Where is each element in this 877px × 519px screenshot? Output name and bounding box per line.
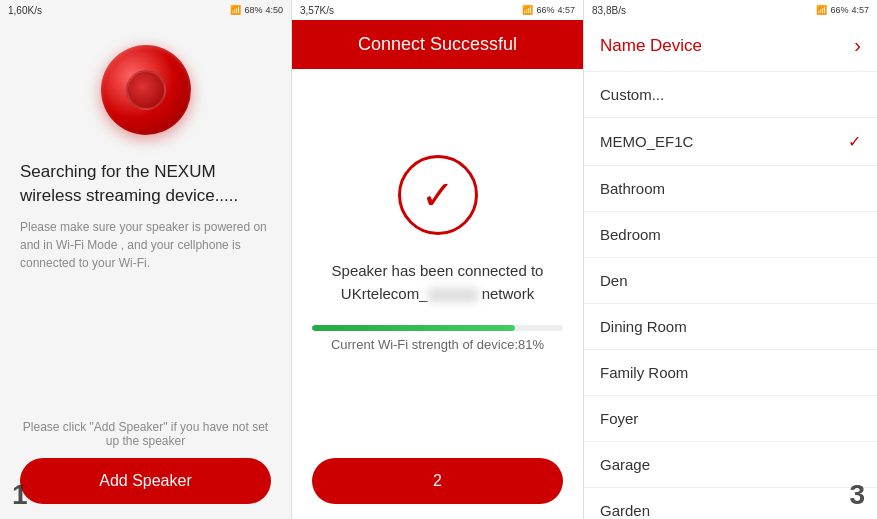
panel-2-footer: 2 [292, 448, 583, 519]
battery-3: 66% [830, 5, 848, 15]
success-header: Connect Successful [292, 20, 583, 69]
status-icons-2: 📶 66% 4:57 [522, 5, 575, 15]
room-item[interactable]: Den [584, 258, 877, 304]
success-header-text: Connect Successful [358, 34, 517, 54]
room-item-label: Garden [600, 502, 650, 519]
click-hint: Please click "Add Speaker" if you have n… [20, 420, 271, 448]
speaker-image [96, 40, 196, 140]
wifi-bar-container: Current Wi-Fi strength of device:81% [312, 325, 563, 352]
panels-container: Searching for the NEXUM wireless streami… [0, 20, 877, 519]
room-item-label: Bedroom [600, 226, 661, 243]
wifi-icon-2: 📶 [522, 5, 533, 15]
room-item-check-icon: ✓ [848, 132, 861, 151]
time-1: 4:50 [265, 5, 283, 15]
check-circle: ✓ [398, 155, 478, 235]
status-speed-1: 1,60K/s [8, 5, 42, 16]
room-item[interactable]: Dining Room [584, 304, 877, 350]
room-item[interactable]: Garden [584, 488, 877, 519]
wifi-icon-3: 📶 [816, 5, 827, 15]
connected-text: Speaker has been connected to UKrtelecom… [312, 260, 563, 305]
panel-1-number: 1 [12, 479, 28, 511]
wifi-icon-1: 📶 [230, 5, 241, 15]
room-item[interactable]: Custom... [584, 72, 877, 118]
room-item-label: Den [600, 272, 628, 289]
status-speed-3: 83,8B/s [592, 5, 626, 16]
network-name [428, 288, 478, 302]
wifi-bar-fill [312, 325, 515, 331]
check-mark-icon: ✓ [421, 175, 455, 215]
add-speaker-button[interactable]: Add Speaker [20, 458, 271, 504]
room-item-label: MEMO_EF1C [600, 133, 693, 150]
chevron-right-icon: › [854, 34, 861, 57]
status-bar-2: 3,57K/s 📶 66% 4:57 [292, 0, 584, 20]
searching-title: Searching for the NEXUM wireless streami… [20, 160, 271, 208]
wifi-strength-text: Current Wi-Fi strength of device:81% [312, 337, 563, 352]
room-list: Custom...MEMO_EF1C✓BathroomBedroomDenDin… [584, 72, 877, 519]
wifi-bar-track [312, 325, 563, 331]
status-bars: 1,60K/s 📶 68% 4:50 3,57K/s 📶 66% 4:57 83… [0, 0, 877, 20]
searching-desc: Please make sure your speaker is powered… [20, 218, 271, 272]
name-device-header[interactable]: Name Device › [584, 20, 877, 72]
panel-3-number: 3 [849, 479, 865, 511]
room-item[interactable]: Garage [584, 442, 877, 488]
time-2: 4:57 [557, 5, 575, 15]
battery-1: 68% [244, 5, 262, 15]
network-suffix: network [478, 285, 535, 302]
room-item[interactable]: MEMO_EF1C✓ [584, 118, 877, 166]
room-item-label: Custom... [600, 86, 664, 103]
panel-connect-success: Connect Successful ✓ Speaker has been co… [292, 20, 584, 519]
status-speed-2: 3,57K/s [300, 5, 334, 16]
speaker-inner [126, 70, 166, 110]
time-3: 4:57 [851, 5, 869, 15]
name-device-title: Name Device [600, 36, 702, 56]
room-item-label: Foyer [600, 410, 638, 427]
room-item[interactable]: Bathroom [584, 166, 877, 212]
room-item[interactable]: Family Room [584, 350, 877, 396]
panel-search: Searching for the NEXUM wireless streami… [0, 20, 292, 519]
room-item-label: Family Room [600, 364, 688, 381]
room-item-label: Bathroom [600, 180, 665, 197]
status-bar-1: 1,60K/s 📶 68% 4:50 [0, 0, 292, 20]
battery-2: 66% [536, 5, 554, 15]
status-icons-3: 📶 66% 4:57 [816, 5, 869, 15]
room-item-label: Dining Room [600, 318, 687, 335]
next-button[interactable]: 2 [312, 458, 563, 504]
room-item[interactable]: Bedroom [584, 212, 877, 258]
status-icons-1: 📶 68% 4:50 [230, 5, 283, 15]
room-item[interactable]: Foyer [584, 396, 877, 442]
panel-2-body: ✓ Speaker has been connected to UKrtelec… [292, 69, 583, 448]
panel-name-device: Name Device › Custom...MEMO_EF1C✓Bathroo… [584, 20, 877, 519]
speaker-circle [101, 45, 191, 135]
room-item-label: Garage [600, 456, 650, 473]
status-bar-3: 83,8B/s 📶 66% 4:57 [584, 0, 877, 20]
